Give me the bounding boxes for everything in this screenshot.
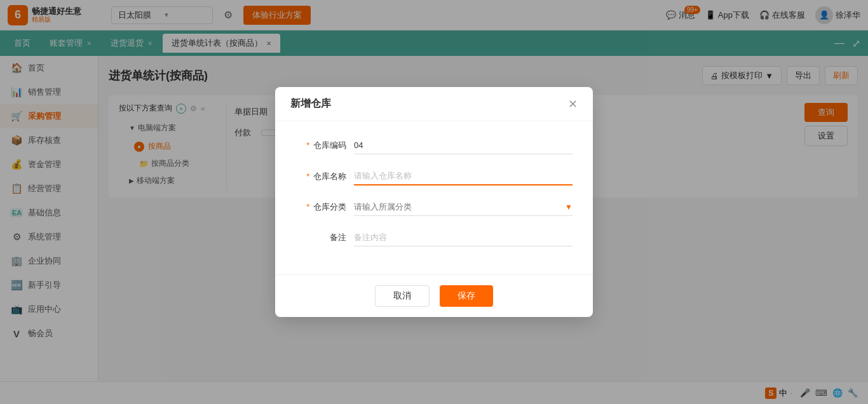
dialog-body: * 仓库编码 * 仓库名称 * 仓库分类 — [275, 121, 593, 274]
category-required: * — [306, 202, 309, 212]
cancel-button[interactable]: 取消 — [375, 285, 430, 307]
form-row-name: * 仓库名称 — [295, 167, 573, 185]
code-required: * — [306, 140, 309, 150]
form-row-code: * 仓库编码 — [295, 137, 573, 154]
code-input[interactable] — [354, 137, 573, 154]
remark-input[interactable] — [354, 229, 573, 246]
code-label: * 仓库编码 — [295, 140, 346, 151]
new-warehouse-dialog: 新增仓库 ✕ * 仓库编码 * 仓库名称 — [275, 87, 593, 317]
modal-overlay: 新增仓库 ✕ * 仓库编码 * 仓库名称 — [0, 0, 868, 404]
dialog-header: 新增仓库 ✕ — [275, 87, 593, 121]
category-input[interactable] — [354, 202, 565, 212]
category-select[interactable]: ▼ — [354, 198, 573, 216]
form-row-remark: 备注 — [295, 229, 573, 246]
form-row-category: * 仓库分类 ▼ — [295, 198, 573, 216]
name-required: * — [306, 172, 309, 181]
name-label: * 仓库名称 — [295, 171, 346, 182]
name-input[interactable] — [354, 167, 573, 185]
category-label: * 仓库分类 — [295, 201, 346, 213]
dialog-title: 新增仓库 — [290, 97, 331, 111]
dialog-close-button[interactable]: ✕ — [568, 98, 578, 110]
save-button[interactable]: 保存 — [440, 285, 493, 307]
remark-label: 备注 — [295, 232, 346, 243]
category-dropdown-icon: ▼ — [565, 203, 573, 212]
dialog-footer: 取消 保存 — [275, 274, 593, 317]
